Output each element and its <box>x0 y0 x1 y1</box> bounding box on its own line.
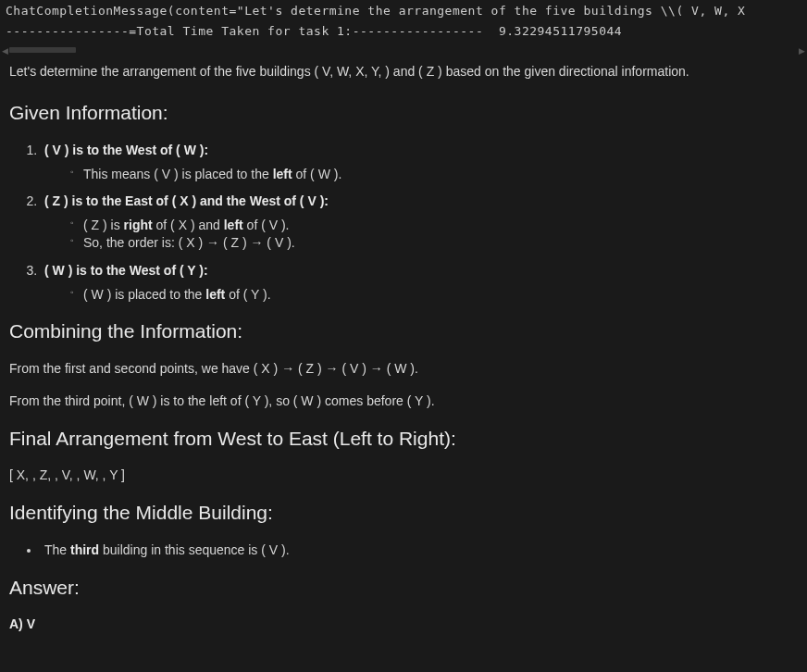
horizontal-scrollbar[interactable]: ◀ ▶ <box>0 45 807 55</box>
combining-p2: From the third point, ( W ) is to the le… <box>9 392 798 411</box>
clue-1-title: ( V ) is to the West of ( W ): <box>44 141 798 160</box>
scrollbar-thumb[interactable] <box>9 47 76 53</box>
final-arrangement-heading: Final Arrangement from West to East (Lef… <box>9 424 798 454</box>
clue-3-title: ( W ) is to the West of ( Y ): <box>44 261 798 280</box>
intro-paragraph: Let's determine the arrangement of the f… <box>9 62 798 81</box>
raw-output-line2: ----------------=Total Time Taken for ta… <box>0 20 807 41</box>
clue-item-3: ( W ) is to the West of ( Y ): ( W ) is … <box>41 261 798 304</box>
middle-building-item: The third building in this sequence is (… <box>41 541 798 560</box>
given-info-heading: Given Information: <box>9 98 798 128</box>
clue-2-sub-1: ( Z ) is right of ( X ) and left of ( V … <box>70 217 798 234</box>
clue-list: ( V ) is to the West of ( W ): This mean… <box>9 141 798 305</box>
clue-2-sub-2: So, the order is: ( X ) → ( Z ) → ( V ). <box>70 234 798 252</box>
answer-heading: Answer: <box>9 573 798 603</box>
clue-item-1: ( V ) is to the West of ( W ): This mean… <box>41 141 798 183</box>
answer-text: A) V <box>9 615 798 634</box>
clue-3-sub-1: ( W ) is placed to the left of ( Y ). <box>70 286 798 304</box>
final-arrangement-text: [ X, , Z, , V, , W, , Y ] <box>9 466 798 485</box>
raw-output-line1: ChatCompletionMessage(content="Let's det… <box>0 0 807 20</box>
rendered-content: Let's determine the arrangement of the f… <box>0 58 807 656</box>
combining-p1: From the first and second points, we hav… <box>9 359 798 379</box>
middle-building-heading: Identifying the Middle Building: <box>9 498 798 528</box>
clue-item-2: ( Z ) is to the East of ( X ) and the We… <box>41 192 798 252</box>
clue-2-title: ( Z ) is to the East of ( X ) and the We… <box>44 192 798 211</box>
scroll-right-arrow-icon[interactable]: ▶ <box>799 45 805 58</box>
scroll-left-arrow-icon[interactable]: ◀ <box>2 45 8 58</box>
combining-heading: Combining the Information: <box>9 317 798 346</box>
clue-1-sub-1: This means ( V ) is placed to the left o… <box>70 166 798 183</box>
